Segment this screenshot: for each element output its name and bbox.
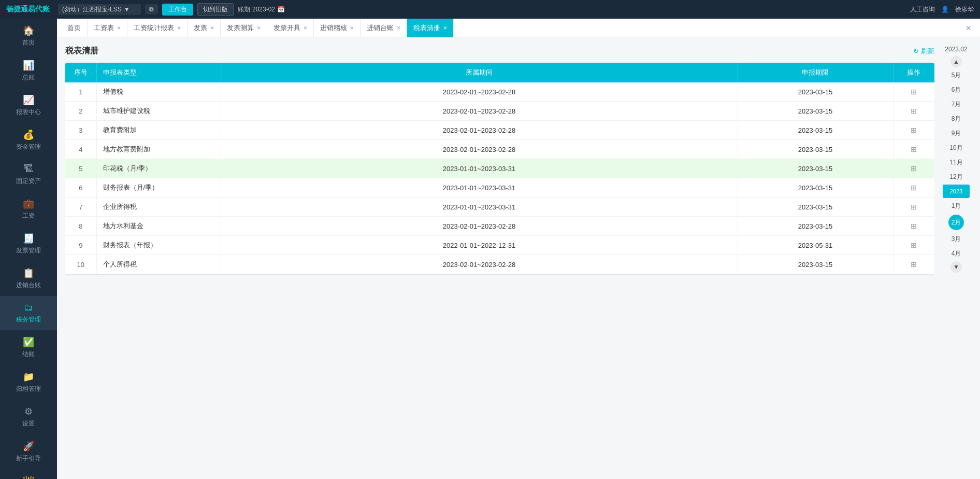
sidebar-item-general-ledger[interactable]: 📊 总账 xyxy=(0,53,57,88)
cell-action: ⊞ xyxy=(893,198,934,217)
tab-close-invoice-calc[interactable]: × xyxy=(257,24,261,32)
cell-action: ⊞ xyxy=(893,217,934,236)
calendar-up-button[interactable]: ▲ xyxy=(950,56,962,67)
sidebar-item-salary[interactable]: 💼 工资 xyxy=(0,192,57,227)
calendar-month-4[interactable]: 4月 xyxy=(943,247,970,260)
calendar-month-8[interactable]: 8月 xyxy=(943,112,970,125)
page-title: 税表清册 xyxy=(65,46,98,57)
company-name: (勿动）江西报宝-LSS xyxy=(62,5,122,14)
action-icon[interactable]: ⊞ xyxy=(911,222,917,230)
tab-close-purchase-audit[interactable]: × xyxy=(350,24,354,32)
sidebar-item-fixed-assets[interactable]: 🏗 固定资产 xyxy=(0,158,57,192)
switch-old-button[interactable]: 切到旧版 xyxy=(197,3,234,16)
action-icon[interactable]: ⊞ xyxy=(911,241,917,249)
tab-salary-stat[interactable]: 工资统计报表 × xyxy=(127,19,188,37)
cell-deadline: 2023-03-15 xyxy=(738,102,893,121)
sidebar-item-label: 归档管理 xyxy=(16,385,41,393)
action-icon[interactable]: ⊞ xyxy=(911,164,917,173)
sidebar-item-label: 资金管理 xyxy=(16,143,41,151)
cell-period: 2023-02-01~2023-02-28 xyxy=(221,255,738,274)
action-icon[interactable]: ⊞ xyxy=(911,88,917,96)
calendar-month-5[interactable]: 5月 xyxy=(943,68,970,82)
action-icon[interactable]: ⊞ xyxy=(911,107,917,115)
sidebar-item-label: 发票管理 xyxy=(16,246,41,255)
sidebar-item-archive[interactable]: 📁 归档管理 xyxy=(0,365,57,400)
calendar-month-7[interactable]: 7月 xyxy=(943,97,970,111)
tab-invoice-calc[interactable]: 发票测算 × xyxy=(221,19,267,37)
page-header: 税表清册 ↻ 刷新 xyxy=(65,46,934,57)
sidebar-item-label: 结账 xyxy=(22,350,35,359)
tab-close-purchase-ledger[interactable]: × xyxy=(397,24,400,32)
calendar-month-3[interactable]: 3月 xyxy=(943,232,970,246)
cell-type: 增值税 xyxy=(96,82,221,102)
sidebar-item-report-center[interactable]: 📈 报表中心 xyxy=(0,88,57,123)
tab-invoice-open[interactable]: 发票开具 × xyxy=(267,19,314,37)
tab-close-tax-register[interactable]: × xyxy=(443,24,447,32)
cell-period: 2023-02-01~2023-02-28 xyxy=(221,82,738,102)
tab-home[interactable]: 首页 xyxy=(61,19,88,37)
calendar-month-2-active[interactable]: 2月 xyxy=(948,215,964,230)
report-icon: 📈 xyxy=(23,94,34,106)
topbar: 畅捷通易代账 (勿动）江西报宝-LSS ▼ ⧉ 工作台 切到旧版 账期 2023… xyxy=(0,0,980,19)
topbar-right: 人工咨询 👤 徐添华 xyxy=(910,5,974,14)
sidebar-item-settings[interactable]: ⚙ 设置 xyxy=(0,400,57,434)
sidebar-item-guide[interactable]: 🚀 新手引导 xyxy=(0,434,57,469)
tab-label: 工资表 xyxy=(94,23,114,33)
consult-button[interactable]: 人工咨询 xyxy=(910,5,935,14)
table-row: 6 财务报表（月/季） 2023-01-01~2023-03-31 2023-0… xyxy=(65,178,934,198)
cell-seq: 3 xyxy=(65,121,96,140)
col-header-deadline: 申报期限 xyxy=(738,63,893,82)
tab-salary[interactable]: 工资表 × xyxy=(88,19,127,37)
cell-deadline: 2023-03-15 xyxy=(738,159,893,178)
col-header-period: 所属期间 xyxy=(221,63,738,82)
cell-type: 财务报表（年报） xyxy=(96,236,221,255)
calendar-month-12[interactable]: 12月 xyxy=(943,170,970,184)
tab-close-invoice[interactable]: × xyxy=(210,24,214,32)
tab-close-salary-stat[interactable]: × xyxy=(177,24,181,32)
sidebar-item-fund-mgmt[interactable]: 💰 资金管理 xyxy=(0,123,57,158)
refresh-button[interactable]: ↻ 刷新 xyxy=(913,47,934,56)
calendar-month-10[interactable]: 10月 xyxy=(943,141,970,154)
app-logo: 畅捷通易代账 xyxy=(6,5,50,14)
action-icon[interactable]: ⊞ xyxy=(911,184,917,192)
action-icon[interactable]: ⊞ xyxy=(911,203,917,211)
sidebar-item-settlement[interactable]: ✅ 结账 xyxy=(0,330,57,365)
sidebar-item-purchase-ledger[interactable]: 📋 进销台账 xyxy=(0,261,57,296)
action-icon[interactable]: ⊞ xyxy=(911,260,917,269)
tab-close-invoice-open[interactable]: × xyxy=(304,24,307,32)
workspace-button[interactable]: 工作台 xyxy=(162,4,193,16)
salary-icon: 💼 xyxy=(23,198,34,209)
period-value: 2023-02 xyxy=(252,6,275,13)
action-icon[interactable]: ⊞ xyxy=(911,126,917,134)
tax-icon: 🗂 xyxy=(24,302,33,313)
cell-deadline: 2023-03-15 xyxy=(738,217,893,236)
company-selector[interactable]: (勿动）江西报宝-LSS ▼ xyxy=(58,4,141,15)
tab-close-all[interactable]: ✕ xyxy=(961,24,976,32)
tab-invoice[interactable]: 发票 × xyxy=(188,19,221,37)
sidebar-item-home[interactable]: 🏠 首页 xyxy=(0,19,57,53)
table-row: 7 企业所得税 2023-01-01~2023-03-31 2023-03-15… xyxy=(65,198,934,217)
settings-icon: ⚙ xyxy=(24,406,33,417)
cell-seq: 6 xyxy=(65,178,96,198)
user-name[interactable]: 徐添华 xyxy=(955,5,974,14)
cell-period: 2022-01-01~2022-12-31 xyxy=(221,236,738,255)
tax-table: 序号 申报表类型 所属期间 申报期限 操作 1 增值税 2023-02-01~2… xyxy=(65,63,934,274)
calendar-month-9[interactable]: 9月 xyxy=(943,126,970,140)
invoice-icon: 🧾 xyxy=(23,233,34,244)
calendar-month-6[interactable]: 6月 xyxy=(943,83,970,96)
tab-close-salary[interactable]: × xyxy=(117,24,121,32)
tab-purchase-ledger[interactable]: 进销台账 × xyxy=(361,19,407,37)
sidebar-item-tax-mgmt[interactable]: 🗂 税务管理 xyxy=(0,296,57,330)
cell-type: 地方水利基金 xyxy=(96,217,221,236)
sidebar-item-invoice-mgmt[interactable]: 🧾 发票管理 xyxy=(0,227,57,261)
action-icon[interactable]: ⊞ xyxy=(911,145,917,153)
tab-tax-register[interactable]: 税表清册 × xyxy=(407,19,454,37)
calendar-month-11[interactable]: 11月 xyxy=(943,156,970,169)
calendar-down-button[interactable]: ▼ xyxy=(950,261,962,273)
period-display: 账期 2023-02 📅 xyxy=(238,5,285,14)
sidebar-item-member[interactable]: 👑 畅会员 xyxy=(0,469,57,479)
copy-button[interactable]: ⧉ xyxy=(145,4,158,15)
tab-purchase-audit[interactable]: 进销稽核 × xyxy=(314,19,361,37)
cell-deadline: 2023-03-15 xyxy=(738,140,893,159)
calendar-month-1[interactable]: 1月 xyxy=(943,199,970,213)
